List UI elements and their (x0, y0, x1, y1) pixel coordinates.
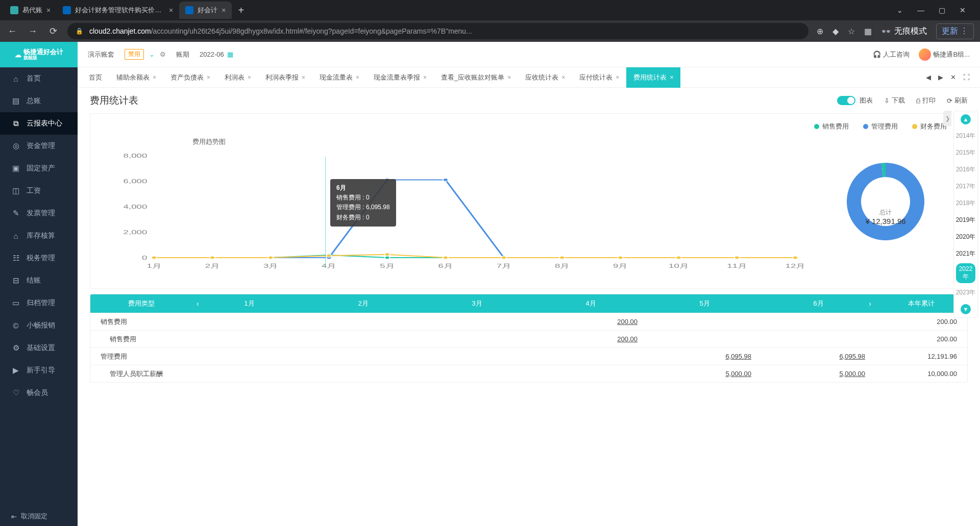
update-button[interactable]: 更新 ⋮ (936, 23, 974, 39)
close-window-button[interactable]: ✕ (960, 6, 966, 14)
minimize-button[interactable]: — (917, 6, 924, 14)
tab-dropdown-icon[interactable]: ⌄ (897, 6, 903, 14)
forward-button[interactable]: → (27, 26, 39, 37)
zoom-icon[interactable]: ⊕ (817, 27, 823, 36)
browser-tab-1[interactable]: 好会计财务管理软件购买价格及… × (57, 2, 179, 19)
back-button[interactable]: ← (6, 26, 18, 37)
address-bar[interactable]: 🔒 cloud2.chanjet.com/accounting/uh26t264… (67, 23, 808, 39)
tab-title: 易代账 (22, 6, 42, 15)
favicon-icon (10, 6, 18, 14)
tab-title: 好会计 (198, 6, 217, 15)
extension-icon[interactable]: ◆ (832, 27, 839, 36)
incognito-icon: 👓 (881, 27, 891, 36)
incognito-badge: 👓 无痕模式 (881, 26, 927, 37)
browser-tab-0[interactable]: 易代账 × (4, 2, 57, 19)
maximize-button[interactable]: ▢ (939, 6, 945, 14)
new-tab-button[interactable]: + (232, 5, 250, 16)
favicon-icon (63, 6, 71, 14)
close-icon[interactable]: × (46, 6, 51, 14)
lock-icon: 🔒 (76, 28, 83, 35)
url-text: cloud2.chanjet.com/accounting/uh26t264j5… (89, 27, 472, 35)
puzzle-icon[interactable]: ▦ (864, 27, 872, 36)
tab-title: 好会计财务管理软件购买价格及… (75, 6, 165, 15)
bookmark-icon[interactable]: ☆ (848, 27, 855, 36)
favicon-icon (185, 6, 193, 14)
browser-tab-2[interactable]: 好会计 × (179, 2, 232, 19)
close-icon[interactable]: × (169, 6, 173, 14)
reload-button[interactable]: ⟳ (47, 26, 59, 37)
close-icon[interactable]: × (222, 6, 226, 14)
